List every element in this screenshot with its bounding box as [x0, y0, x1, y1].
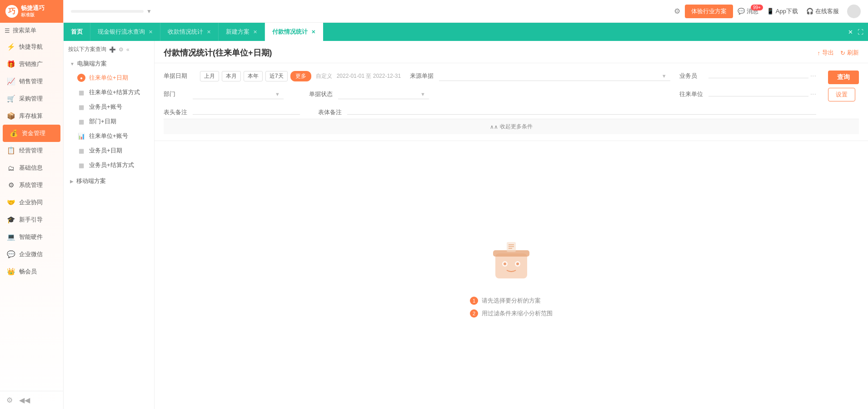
- voucher-status-select[interactable]: ▼: [338, 90, 429, 99]
- sidebar-item-purchase[interactable]: 🛒 采购管理: [0, 90, 63, 107]
- tab-new-scheme[interactable]: 新建方案 ✕: [219, 23, 265, 41]
- export-icon: ↑: [818, 50, 821, 56]
- sidebar-item-sales[interactable]: 📈 销售管理: [0, 73, 63, 90]
- app-icon: 📱: [767, 8, 774, 15]
- partner-input[interactable]: [708, 92, 808, 96]
- export-btn[interactable]: ↑ 导出: [818, 49, 834, 57]
- scheme-item-staff-date[interactable]: ▦ 业务员+日期: [64, 143, 154, 158]
- tab-close-new-scheme[interactable]: ✕: [253, 29, 257, 35]
- sidebar-item-finance[interactable]: 💰 资金管理: [3, 125, 60, 142]
- sidebar-item-system[interactable]: ⚙ 系统管理: [0, 177, 63, 194]
- date-btn-last-month[interactable]: 上月: [200, 71, 219, 81]
- empty-tips: 1 请先选择要分析的方案 2 用过滤条件来缩小分析范围: [470, 297, 553, 318]
- date-btn-this-year[interactable]: 本年: [244, 71, 263, 81]
- tab-expand-icon[interactable]: ⛶: [858, 29, 863, 35]
- scheme-grid-icon-1: ▦: [77, 103, 85, 111]
- header-note-label: 表头备注: [164, 106, 191, 119]
- sales-icon: 📈: [6, 77, 15, 86]
- staff-input[interactable]: [708, 74, 808, 78]
- app-download[interactable]: 📱 App下载: [767, 7, 798, 15]
- tab-home[interactable]: 首页: [64, 23, 90, 41]
- sidebar-item-operations[interactable]: 📋 经营管理: [0, 142, 63, 159]
- header-note-input[interactable]: [193, 111, 300, 115]
- refresh-btn[interactable]: ↻ 刷新: [840, 49, 859, 57]
- tab-close-receipt-stats[interactable]: ✕: [207, 29, 211, 35]
- staff-dots[interactable]: ···: [810, 70, 816, 82]
- sidebar-item-inventory[interactable]: 📦 库存核算: [0, 107, 63, 125]
- scheme-item-partner-account[interactable]: 📊 往来单位+账号: [64, 129, 154, 143]
- empty-tip-2: 2 用过滤条件来缩小分析范围: [470, 309, 553, 318]
- tab-close-payment-stats[interactable]: ✕: [311, 29, 315, 35]
- sidebar-bottom: ⚙ ◀◀: [0, 391, 63, 409]
- settings-bottom-icon[interactable]: ⚙: [6, 396, 13, 404]
- search-menu[interactable]: ☰ 搜索菜单: [0, 23, 63, 38]
- date-btn-this-month[interactable]: 本月: [222, 71, 241, 81]
- tab-close-bank-flow[interactable]: ✕: [149, 29, 153, 35]
- source-select[interactable]: ▼: [439, 71, 670, 81]
- sidebar-item-basics[interactable]: 🗂 基础信息: [0, 159, 63, 177]
- date-btn-last7[interactable]: 近7天: [265, 71, 288, 81]
- svg-rect-6: [507, 242, 516, 252]
- sidebar-item-hardware[interactable]: 💻 智能硬件: [0, 228, 63, 246]
- svg-rect-0: [495, 253, 527, 278]
- collapse-conditions-btn[interactable]: ∧∧ 收起更多条件: [164, 119, 859, 134]
- sidebar-item-member[interactable]: 👑 畅会员: [0, 263, 63, 280]
- mobile-group-arrow: ▶: [70, 179, 74, 184]
- scheme-item-dept-date[interactable]: ▦ 部门+日期: [64, 114, 154, 129]
- online-service[interactable]: 🎧 在线客服: [806, 7, 839, 15]
- inventory-icon: 📦: [6, 112, 15, 120]
- partner-dots[interactable]: ···: [810, 88, 816, 101]
- messages-badge[interactable]: 💬 消息 99+: [738, 7, 758, 15]
- tip-num-2: 2: [470, 309, 478, 318]
- scheme-active-icon: ●: [77, 74, 85, 82]
- collapse-sidebar-icon[interactable]: ◀◀: [19, 396, 30, 404]
- add-scheme-icon[interactable]: ➕: [109, 46, 116, 53]
- date-btn-more[interactable]: 更多: [290, 71, 311, 81]
- mobile-scheme-group-header[interactable]: ▶ 移动端方案: [64, 174, 154, 188]
- scheme-item-partner-settle[interactable]: ▦ 往来单位+结算方式: [64, 85, 154, 100]
- address-dropdown-icon[interactable]: ▼: [146, 8, 152, 15]
- messages-count: 99+: [751, 5, 763, 10]
- filter-row-3: 表头备注 表体备注: [164, 106, 816, 119]
- scheme-item-staff-settle[interactable]: ▦ 业务员+结算方式: [64, 158, 154, 172]
- user-avatar[interactable]: [847, 5, 861, 18]
- settings-icon[interactable]: ⚙: [674, 7, 680, 15]
- industry-btn[interactable]: 体验行业方案: [685, 5, 733, 18]
- svg-point-5: [516, 263, 519, 265]
- dept-select[interactable]: ▼: [193, 90, 284, 99]
- tab-payment-stats[interactable]: 付款情况统计 ✕: [265, 23, 323, 41]
- topbar-right: 💬 消息 99+ 📱 App下载 🎧 在线客服: [738, 5, 861, 18]
- main-panel: 付款情况统计(往来单位+日期) ↑ 导出 ↻ 刷新: [155, 41, 868, 409]
- scheme-grid-icon-0: ▦: [77, 88, 85, 96]
- body-note-input[interactable]: [347, 111, 816, 115]
- mobile-scheme-group: ▶ 移动端方案: [64, 174, 154, 188]
- config-scheme-icon[interactable]: ⚙: [119, 46, 124, 53]
- scheme-panel-title: 按以下方案查询: [68, 45, 106, 53]
- sidebar-nav: ⚡ 快捷导航 🎁 营销推广 📈 销售管理 🛒 采购管理 📦 库存核算 💰 资金管…: [0, 38, 63, 391]
- tab-close-all-icon[interactable]: ✕: [848, 29, 853, 35]
- tab-bank-flow[interactable]: 现金银行流水查询 ✕: [90, 23, 160, 41]
- tip-num-1: 1: [470, 297, 478, 305]
- sidebar-item-newbie[interactable]: 🎓 新手引导: [0, 211, 63, 228]
- source-dropdown-icon: ▼: [662, 73, 667, 79]
- basics-icon: 🗂: [6, 164, 15, 172]
- tabs-right-actions: ✕ ⛶: [848, 29, 868, 35]
- sidebar-item-quick-nav[interactable]: ⚡ 快捷导航: [0, 38, 63, 56]
- scheme-item-partner-date[interactable]: ● 往来单位+日期: [64, 71, 154, 85]
- query-button[interactable]: 查询: [828, 71, 859, 84]
- refresh-icon: ↻: [840, 50, 845, 56]
- dept-dropdown-icon: ▼: [275, 91, 280, 97]
- sidebar-item-cooperation[interactable]: 🤝 企业协同: [0, 194, 63, 211]
- collapse-scheme-icon[interactable]: «: [126, 46, 130, 53]
- sidebar-item-marketing[interactable]: 🎁 营销推广: [0, 56, 63, 73]
- sidebar-item-wechat[interactable]: 💬 企业微信: [0, 246, 63, 263]
- search-icon: ☰: [5, 27, 10, 34]
- desktop-scheme-group-header[interactable]: ▼ 电脑端方案: [64, 57, 154, 71]
- address-text: [71, 10, 144, 13]
- scheme-panel: 按以下方案查询 ➕ ⚙ « ▼ 电脑端方案 ● 往来单位+日期 ▦ 往来单位+结…: [64, 41, 155, 409]
- tab-receipt-stats[interactable]: 收款情况统计 ✕: [160, 23, 219, 41]
- filter-area: 单据日期 上月 本月 本年 近7天 更多 自定义 2022-01-01 至 20…: [155, 63, 868, 141]
- operations-icon: 📋: [6, 146, 15, 155]
- settings-button[interactable]: 设置: [828, 88, 855, 101]
- scheme-item-staff-account[interactable]: ▦ 业务员+账号: [64, 100, 154, 114]
